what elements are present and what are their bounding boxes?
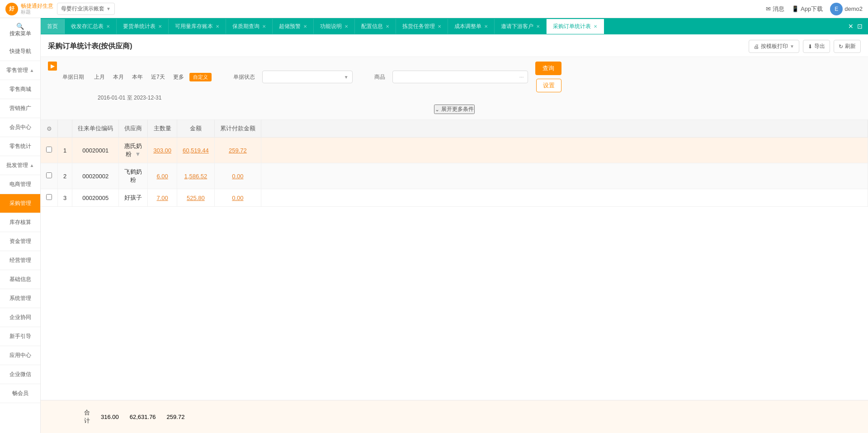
sidebar-item-retail-stats[interactable]: 零售统计 — [0, 137, 40, 156]
row-main-qty[interactable]: 6.00 — [148, 163, 177, 189]
page-header-actions: 🖨 按模板打印 ▼ ⬇ 导出 ↻ 刷新 — [749, 40, 861, 53]
row-main-qty[interactable]: 7.00 — [148, 189, 177, 207]
sidebar-item-operations-management[interactable]: 经营管理 — [0, 251, 40, 270]
sidebar-item-enterprise-collab[interactable]: 企业协同 — [0, 308, 40, 327]
tab-close-all-icon[interactable]: ✕ — [848, 23, 854, 30]
col-main-qty: 主数量 — [148, 120, 177, 138]
date-range-row: 2016-01-01 至 2023-12-31 — [62, 94, 861, 102]
row-main-qty[interactable]: 303.00 — [148, 138, 177, 163]
tab-cost-adjustment[interactable]: 成本调整单 ✕ — [448, 19, 495, 34]
tab-close-icon[interactable]: ✕ — [216, 24, 219, 29]
tab-close-icon[interactable]: ✕ — [106, 24, 110, 29]
settings-button[interactable]: 设置 — [536, 79, 561, 92]
top-bar-left: 好 畅捷通好生意 标题 母婴行业演示账套 ▼ — [5, 3, 115, 15]
tab-close-icon[interactable]: ✕ — [484, 24, 488, 29]
sidebar-item-quick-nav[interactable]: 快捷导航 — [0, 42, 40, 61]
footer-cumulative-payment: 259.72 — [161, 405, 190, 428]
date-btn-7days[interactable]: 近7天 — [148, 72, 168, 82]
row-supplier-name: 惠氏奶粉 ▼ — [119, 138, 148, 163]
data-table: ⚙ 往来单位编码 供应商 主数量 金额 累计付款金额 — [41, 120, 868, 207]
tab-purchase-goods-summary[interactable]: 要货单统计表 ✕ — [117, 19, 169, 34]
row-checkbox[interactable] — [41, 138, 58, 163]
user-menu[interactable]: E demo2 — [830, 3, 863, 15]
status-select[interactable]: ▼ — [262, 71, 353, 83]
sidebar-item-inventory-check[interactable]: 库存核算 — [0, 213, 40, 232]
footer-row: 合计 316.00 62,631.76 259.72 — [46, 405, 863, 428]
app-download-button[interactable]: 📱 App下载 — [792, 5, 823, 13]
col-amount: 金额 — [177, 120, 215, 138]
sidebar-item-search[interactable]: 🔍 搜索菜单 — [0, 18, 40, 42]
row-cumulative-payment[interactable]: 0.00 — [214, 163, 261, 189]
filter-toggle-arrow[interactable]: ▶ — [48, 62, 57, 71]
row-checkbox[interactable] — [41, 189, 58, 207]
tab-close-icon[interactable]: ✕ — [536, 24, 540, 29]
query-button[interactable]: 查询 — [535, 62, 561, 75]
row-amount[interactable]: 1,586.52 — [177, 163, 215, 189]
tab-invite-downstream[interactable]: 邀请下游客户 ✕ — [495, 19, 547, 34]
gear-icon[interactable]: ⚙ — [47, 125, 52, 132]
tab-purchase-order-summary[interactable]: 采购订单统计表 ✕ — [547, 19, 604, 34]
tab-maximize-icon[interactable]: ⊡ — [857, 23, 863, 30]
row-checkbox[interactable] — [41, 163, 58, 189]
tab-close-icon[interactable]: ✕ — [344, 24, 348, 29]
sidebar-item-marketing[interactable]: 营销推广 — [0, 99, 40, 118]
tab-close-icon[interactable]: ✕ — [262, 24, 266, 29]
sidebar-item-finance-management[interactable]: 资金管理 — [0, 232, 40, 251]
logo-text: 畅捷通好生意 标题 — [21, 3, 53, 15]
row-index: 1 — [58, 138, 72, 163]
col-extra — [261, 120, 868, 138]
footer-extra — [190, 405, 863, 428]
footer-empty2 — [57, 405, 68, 428]
tab-home[interactable]: 首页 — [41, 19, 65, 34]
date-btn-last-month[interactable]: 上月 — [91, 72, 108, 82]
table-header: ⚙ 往来单位编码 供应商 主数量 金额 累计付款金额 — [41, 120, 868, 138]
sidebar-item-app-center[interactable]: 应用中心 — [0, 346, 40, 365]
messages-button[interactable]: ✉ 消息 — [766, 5, 784, 13]
sidebar-item-system-management[interactable]: 系统管理 — [0, 289, 40, 308]
sidebar-item-member-center[interactable]: 会员中心 — [0, 118, 40, 137]
row-extra — [261, 163, 868, 189]
row-index: 3 — [58, 189, 72, 207]
template-print-button[interactable]: 🖨 按模板打印 ▼ — [749, 40, 799, 53]
query-actions: 查询 设置 — [535, 62, 561, 92]
sidebar-item-wholesale-management[interactable]: 批发管理 ▲ — [0, 156, 40, 175]
date-btn-this-month[interactable]: 本月 — [110, 72, 127, 82]
tab-close-icon[interactable]: ✕ — [158, 24, 162, 29]
date-custom-badge[interactable]: 自定义 — [189, 73, 212, 81]
row-cumulative-payment[interactable]: 259.72 — [214, 138, 261, 163]
tab-shelf-life-query[interactable]: 保质期查询 ✕ — [226, 19, 273, 34]
refresh-icon: ↻ — [839, 43, 843, 50]
sidebar-item-retail-management[interactable]: 零售管理 ▲ — [0, 61, 40, 80]
sidebar-item-vip[interactable]: 畅会员 — [0, 384, 40, 403]
sidebar-item-retail-shop[interactable]: 零售商城 — [0, 80, 40, 99]
expand-more-button[interactable]: ⌄ 展开更多条件 — [434, 105, 475, 114]
page-header: 采购订单统计表(按供应商) 🖨 按模板打印 ▼ ⬇ 导出 ↻ 刷新 — [41, 34, 868, 57]
workspace-selector[interactable]: 母婴行业演示账套 ▼ — [57, 3, 115, 15]
logo-area: 好 畅捷通好生意 标题 — [5, 3, 53, 15]
tab-available-inventory[interactable]: 可用量库存账本 ✕ — [169, 19, 226, 34]
tab-function-desc[interactable]: 功能说明 ✕ — [314, 19, 355, 34]
refresh-button[interactable]: ↻ 刷新 — [834, 40, 861, 53]
row-amount[interactable]: 60,519.44 — [177, 138, 215, 163]
date-btn-this-year[interactable]: 本年 — [129, 72, 146, 82]
tab-receive-send-summary[interactable]: 收发存汇总表 ✕ — [65, 19, 117, 34]
col-settings[interactable]: ⚙ — [41, 120, 58, 138]
tab-close-icon[interactable]: ✕ — [303, 24, 307, 29]
date-btn-more[interactable]: 更多 — [170, 72, 187, 82]
tab-close-icon[interactable]: ✕ — [386, 24, 389, 29]
export-button[interactable]: ⬇ 导出 — [803, 40, 830, 53]
sidebar-item-ecommerce[interactable]: 电商管理 — [0, 175, 40, 194]
tab-close-icon[interactable]: ✕ — [438, 24, 441, 29]
expand-icon[interactable]: ▼ — [135, 151, 141, 157]
row-cumulative-payment[interactable]: 0.00 — [214, 189, 261, 207]
tab-close-icon[interactable]: ✕ — [594, 24, 597, 29]
row-amount[interactable]: 525.80 — [177, 189, 215, 207]
sidebar-item-new-guide[interactable]: 新手引导 — [0, 327, 40, 346]
goods-input[interactable]: ··· — [392, 71, 528, 83]
tab-pick-task[interactable]: 拣货任务管理 ✕ — [396, 19, 448, 34]
sidebar-item-enterprise-wechat[interactable]: 企业微信 — [0, 365, 40, 384]
tab-overstock-alert[interactable]: 超储预警 ✕ — [273, 19, 314, 34]
sidebar-item-basic-info[interactable]: 基础信息 — [0, 270, 40, 289]
tab-config-info[interactable]: 配置信息 ✕ — [355, 19, 396, 34]
sidebar-item-purchase-management[interactable]: 采购管理 — [0, 194, 40, 213]
